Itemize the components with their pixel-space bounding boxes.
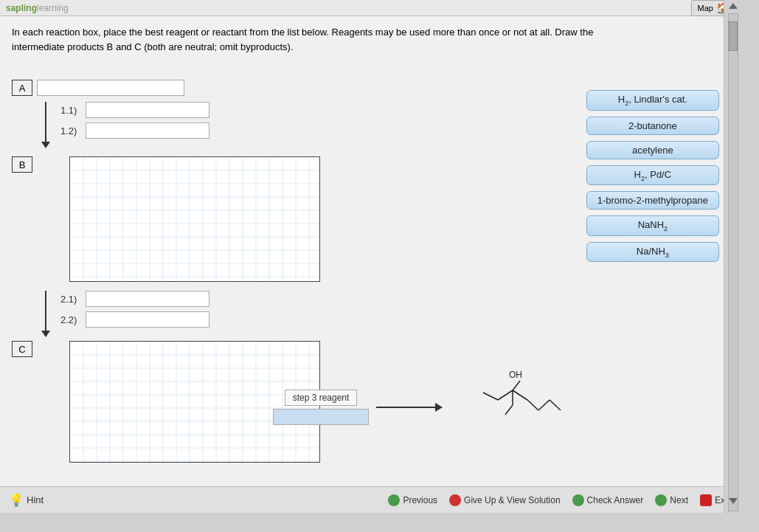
instructions-text: In each reaction box, place the best rea… bbox=[12, 25, 602, 54]
step1-2-input[interactable] bbox=[86, 122, 209, 139]
step2-2-input[interactable] bbox=[86, 311, 209, 328]
step3-arrow bbox=[376, 403, 443, 412]
step2-inputs: 2.1) 2.2) bbox=[60, 291, 209, 328]
svg-line-59 bbox=[483, 393, 498, 400]
scroll-down-arrow[interactable] bbox=[729, 498, 738, 504]
step1-2-row: 1.2) bbox=[60, 122, 209, 139]
step1-vline bbox=[45, 102, 46, 142]
check-label: Check Answer bbox=[587, 495, 644, 505]
give-up-label: Give Up & View Solution bbox=[464, 495, 561, 505]
check-icon bbox=[572, 494, 584, 506]
reagent-acetylene[interactable]: acetylene bbox=[586, 141, 719, 159]
step2-1-row: 2.1) bbox=[60, 291, 209, 307]
box-c-label: C bbox=[12, 341, 32, 357]
svg-line-56 bbox=[498, 390, 513, 400]
box-b-label: B bbox=[12, 156, 32, 173]
hint-button[interactable]: 💡 Hint bbox=[9, 493, 44, 507]
step2-arrow-area: 2.1) 2.2) bbox=[41, 291, 209, 337]
step1-2-label: 1.2) bbox=[60, 125, 81, 137]
step3-hline bbox=[376, 407, 435, 408]
check-answer-button[interactable]: Check Answer bbox=[569, 493, 647, 508]
step3-area: step 3 reagent OH bbox=[273, 362, 568, 453]
reagent-2-butanone[interactable]: 2-butanone bbox=[586, 117, 719, 135]
previous-button[interactable]: Previous bbox=[385, 493, 440, 508]
svg-line-60 bbox=[527, 400, 538, 410]
content-area: In each reaction box, place the best rea… bbox=[0, 16, 741, 486]
step2-2-row: 2.2) bbox=[60, 311, 209, 328]
bottom-bar: 💡 Hint Previous Give Up & View Solution … bbox=[0, 486, 741, 513]
hint-label: Hint bbox=[27, 494, 44, 505]
step3-reagent-container: step 3 reagent bbox=[273, 390, 369, 425]
step1-arrow bbox=[41, 102, 50, 148]
hint-icon: 💡 bbox=[9, 493, 24, 507]
svg-line-63 bbox=[505, 405, 513, 415]
product-molecule: OH bbox=[450, 365, 568, 453]
box-b-container: B bbox=[12, 156, 320, 282]
step2-arrowhead bbox=[41, 331, 50, 337]
step1-inputs: 1.1) 1.2) bbox=[60, 102, 209, 139]
previous-icon bbox=[388, 494, 400, 506]
nav-buttons: Previous Give Up & View Solution Check A… bbox=[385, 493, 732, 508]
svg-line-57 bbox=[513, 390, 527, 400]
grid-b-svg bbox=[70, 157, 319, 281]
reagent-nanh2[interactable]: NaNH2 bbox=[586, 215, 719, 236]
box-b-drawing[interactable] bbox=[69, 156, 320, 282]
svg-line-62 bbox=[550, 400, 561, 410]
step2-1-label: 2.1) bbox=[60, 294, 81, 305]
svg-line-55 bbox=[513, 381, 520, 390]
give-up-icon bbox=[449, 494, 461, 506]
box-a-input[interactable] bbox=[37, 80, 184, 96]
give-up-button[interactable]: Give Up & View Solution bbox=[446, 493, 564, 508]
map-label: Map bbox=[698, 4, 713, 13]
box-a-label: A bbox=[12, 80, 32, 96]
svg-text:OH: OH bbox=[509, 370, 522, 380]
reagent-na-nh3[interactable]: Na/NH3 bbox=[586, 242, 719, 263]
next-button[interactable]: Next bbox=[652, 493, 691, 508]
step2-2-label: 2.2) bbox=[60, 314, 81, 325]
step1-arrow-area: 1.1) 1.2) bbox=[41, 102, 209, 148]
header-bar: saplinglearning Map 🏠 bbox=[0, 0, 741, 16]
reagent-1-bromo-2-methylpropane[interactable]: 1-bromo-2-methylpropane bbox=[586, 191, 719, 210]
step3-label: step 3 reagent bbox=[285, 390, 358, 406]
scrollbar bbox=[724, 0, 741, 513]
step1-arrowhead bbox=[41, 142, 50, 148]
step3-arrowhead bbox=[435, 403, 443, 412]
step2-vline bbox=[45, 291, 46, 331]
reagent-h2-lindlar[interactable]: H2, Lindlar's cat. bbox=[586, 90, 719, 111]
scroll-track[interactable] bbox=[728, 13, 738, 511]
exit-icon bbox=[700, 494, 712, 506]
step2-1-input[interactable] bbox=[86, 291, 209, 307]
step1-1-row: 1.1) bbox=[60, 102, 209, 118]
sapling-logo: saplinglearning bbox=[6, 3, 69, 13]
svg-line-61 bbox=[538, 400, 550, 410]
scroll-up-arrow[interactable] bbox=[729, 3, 738, 9]
box-a-row: A bbox=[12, 80, 184, 96]
step3-input[interactable] bbox=[273, 409, 369, 425]
previous-label: Previous bbox=[403, 495, 437, 505]
learning-text: learning bbox=[37, 3, 69, 13]
next-icon bbox=[655, 494, 667, 506]
next-label: Next bbox=[670, 495, 688, 505]
scroll-thumb[interactable] bbox=[729, 21, 738, 51]
sapling-text: sapling bbox=[6, 3, 37, 13]
step1-1-input[interactable] bbox=[86, 102, 209, 118]
step2-arrow bbox=[41, 291, 50, 337]
step1-1-label: 1.1) bbox=[60, 105, 81, 116]
reagent-list: H2, Lindlar's cat. 2-butanone acetylene … bbox=[586, 90, 719, 262]
reagent-h2-pdc[interactable]: H2, Pd/C bbox=[586, 165, 719, 186]
